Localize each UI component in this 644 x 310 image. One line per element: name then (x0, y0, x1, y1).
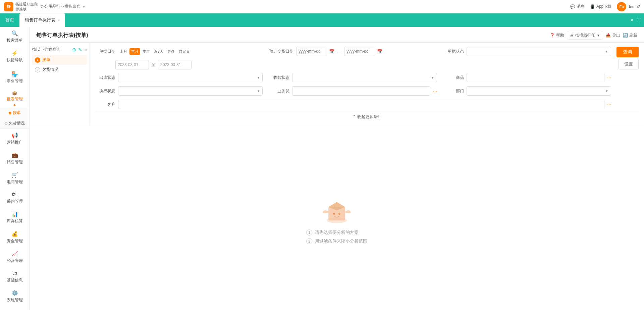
date-label: 单据日期 (95, 49, 115, 54)
filter-row-3: 执行状态 ▼ 业务员 (95, 86, 611, 96)
customer-more-icon[interactable]: ··· (607, 102, 611, 107)
filter-nav-按单[interactable]: ● 按单 (32, 55, 87, 65)
filter-area: 按以下方案查询 ⊕ ✎ « ● 按单 ○ 欠货情况 (30, 43, 644, 126)
sidebar-item-basic[interactable]: 🗂 基础信息 (0, 267, 29, 287)
sidebar-item-marketing[interactable]: 📢 营销推广 (0, 129, 29, 149)
collapse-more-button[interactable]: ⌃ 收起更多条件 (95, 112, 639, 122)
system-icon: ⚙️ (11, 290, 18, 296)
tab-close-icon[interactable]: × (57, 18, 60, 22)
sidebar-item-enterprise[interactable]: 🤝 企业协同 (0, 306, 29, 310)
page-header: 销售订单执行表(按单) ❓ 帮助 🖨 按模板打印 ▼ 📤 导出 🔄 刷新 (30, 27, 644, 43)
filter-nav-欠货情况[interactable]: ○ 欠货情况 (32, 65, 87, 74)
sidebar-item-finance[interactable]: 💰 资金管理 (0, 227, 29, 247)
quicknav-icon: ⚡ (11, 50, 18, 56)
goods-more-icon[interactable]: ··· (607, 75, 611, 80)
export-button[interactable]: 📤 导出 (606, 33, 620, 38)
dept-label: 部门 (444, 88, 464, 94)
out-status-select[interactable] (118, 73, 263, 82)
date-tab-this-month[interactable]: 本月 (129, 48, 140, 55)
customer-label: 客户 (95, 102, 115, 107)
date-to-input[interactable] (158, 60, 192, 69)
marketing-icon: 📢 (11, 132, 18, 139)
sidebar-item-ecommerce[interactable]: 🛒 电商管理 (0, 168, 29, 188)
calendar-to-icon[interactable]: 📅 (377, 49, 382, 54)
date-tab-more[interactable]: 更多 (166, 48, 176, 55)
inactive-dot (5, 122, 7, 125)
window-expand-icon[interactable]: ⛶ (637, 17, 641, 23)
chevron-down-icon[interactable]: ▼ (82, 4, 86, 9)
window-close-icon[interactable]: ✕ (630, 17, 634, 23)
filter-item-goods: 商品 ··· (444, 73, 611, 82)
date-tab-this-year[interactable]: 本年 (141, 48, 152, 55)
expected-date-from-input[interactable] (296, 47, 326, 56)
sidebar: 🔍 搜索菜单 ⚡ 快捷导航 🏪 零售管理 📦 批发管理 ▲ 按单 (0, 27, 30, 310)
sidebar-item-wholesale[interactable]: 📦 批发管理 ▲ (0, 88, 29, 108)
expected-date-to-input[interactable] (344, 47, 374, 56)
exec-status-select[interactable] (118, 86, 263, 96)
sidebar-item-operations[interactable]: 📈 经营管理 (0, 247, 29, 267)
sidebar-item-quicknav[interactable]: ⚡ 快捷导航 (0, 47, 29, 66)
edit-plan-icon[interactable]: ✎ (78, 47, 82, 52)
sidebar-sub-item-欠货情况[interactable]: 欠货情况 (0, 118, 29, 128)
date-tab-last-month[interactable]: 上月 (118, 48, 129, 55)
print-button[interactable]: 🖨 按模板打印 ▼ (567, 31, 603, 40)
filter-left-icons: ⊕ ✎ « (72, 47, 87, 52)
print-chevron-icon: ▼ (597, 34, 600, 37)
user-area[interactable]: Ea demo2 (617, 2, 640, 11)
sidebar-sub-wholesale: 按单 欠货情况 (0, 108, 29, 128)
goods-input[interactable] (467, 73, 605, 82)
reset-button[interactable]: 设置 (619, 59, 639, 69)
salesperson-more-icon[interactable]: ··· (433, 88, 437, 94)
avatar: Ea (617, 2, 626, 11)
breadcrumb: 办公用品行业模拟账套 ▼ (40, 4, 86, 9)
sidebar-item-retail[interactable]: 🏪 零售管理 (0, 68, 29, 88)
active-dot (9, 112, 11, 114)
active-nav-icon: ● (35, 57, 40, 63)
date-tab-custom[interactable]: 自定义 (177, 48, 192, 55)
filter-item-date: 单据日期 上月 本月 本年 近7天 更多 自定义 (95, 48, 263, 55)
filter-item-exec-status: 执行状态 ▼ (95, 86, 263, 96)
out-status-select-wrap: ▼ (118, 73, 263, 82)
message-action[interactable]: 💬 消息 (570, 4, 585, 9)
sidebar-item-sales[interactable]: 💼 销售管理 (0, 149, 29, 168)
salesperson-input[interactable] (292, 86, 430, 96)
tab-home[interactable]: 首页 (0, 13, 19, 27)
add-plan-icon[interactable]: ⊕ (72, 47, 76, 52)
date-range-inputs: 至 (115, 60, 192, 69)
app-download-action[interactable]: 📱 App下载 (590, 4, 611, 9)
dept-select[interactable] (467, 86, 611, 96)
finance-icon: 💰 (11, 231, 18, 237)
refresh-button[interactable]: 🔄 刷新 (623, 33, 637, 38)
status-select-wrap[interactable]: ▼ (467, 47, 611, 56)
calendar-from-icon[interactable]: 📅 (329, 49, 334, 54)
filter-item-collect-status: 收款状态 ▼ (269, 73, 437, 82)
sidebar-sub-item-按单[interactable]: 按单 (0, 108, 29, 118)
logo-area: 好 畅捷通好生意 标准版 (4, 2, 38, 11)
svg-point-5 (338, 213, 340, 215)
out-status-label: 出库状态 (95, 75, 115, 81)
collapse-left-icon[interactable]: « (84, 47, 87, 52)
sidebar-item-inventory[interactable]: 📊 库存核算 (0, 208, 29, 227)
date-from-input[interactable] (115, 60, 149, 69)
collect-status-select[interactable] (292, 73, 437, 82)
sidebar-item-system[interactable]: ⚙️ 系统管理 (0, 287, 29, 306)
chevron-up-icon: ⌃ (353, 114, 356, 119)
help-button[interactable]: ❓ 帮助 (550, 33, 564, 38)
status-chevron-icon: ▼ (605, 50, 608, 53)
filter-left-header: 按以下方案查询 ⊕ ✎ « (32, 47, 87, 52)
sidebar-item-purchase[interactable]: 🛍 采购管理 (0, 188, 29, 208)
top-bar-right: 💬 消息 📱 App下载 Ea demo2 (570, 2, 640, 11)
filter-row-2: 出库状态 ▼ 收款状态 (95, 73, 611, 82)
customer-input[interactable] (118, 100, 604, 109)
svg-marker-2 (328, 202, 345, 207)
clock-icon: ○ (35, 67, 40, 72)
tab-active[interactable]: 销售订单执行表 × (19, 13, 65, 27)
sidebar-item-search[interactable]: 🔍 搜索菜单 (0, 27, 29, 47)
page-title: 销售订单执行表(按单) (36, 32, 88, 39)
query-button[interactable]: 查询 (616, 47, 639, 57)
filter-item-expected-date: 预计交货日期 📅 — 📅 (269, 47, 437, 56)
app-download-icon: 📱 (590, 4, 595, 9)
operations-icon: 📈 (11, 251, 18, 257)
date-tab-7days[interactable]: 近7天 (152, 48, 165, 55)
top-bar: 好 畅捷通好生意 标准版 办公用品行业模拟账套 ▼ 💬 消息 📱 App下载 E… (0, 0, 644, 13)
